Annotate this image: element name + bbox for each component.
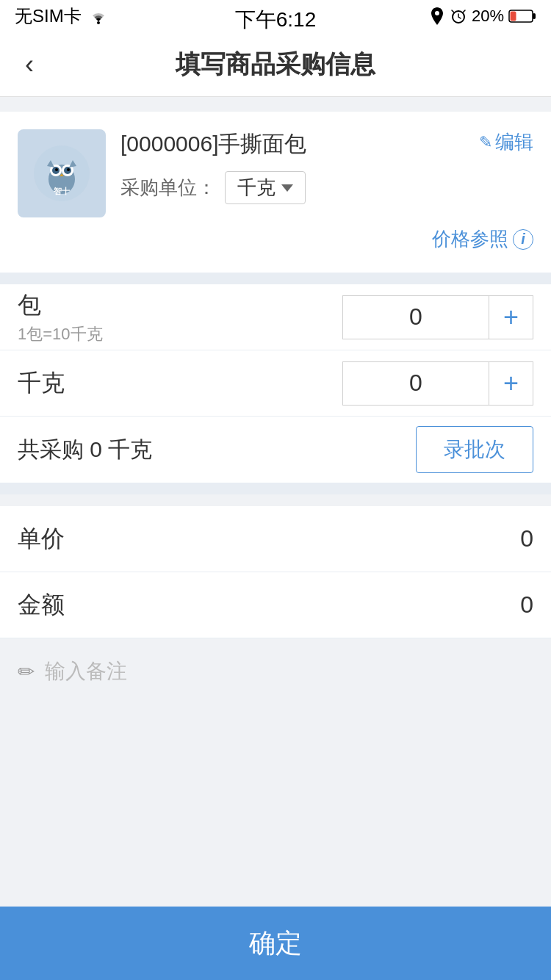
pencil-icon: ✏ bbox=[18, 660, 35, 684]
amount-value: 0 bbox=[520, 591, 533, 619]
bag-input-row: 包 1包=10千克 + bbox=[0, 284, 551, 350]
chevron-down-icon bbox=[281, 184, 293, 192]
total-row: 共采购 0 千克 录批次 bbox=[0, 417, 551, 483]
section-divider-1 bbox=[0, 273, 551, 284]
edit-button[interactable]: ✎ 编辑 bbox=[479, 129, 533, 155]
bag-plus-button[interactable]: + bbox=[489, 295, 533, 339]
back-button[interactable]: ‹ bbox=[18, 42, 41, 87]
status-time: 下午6:12 bbox=[235, 6, 317, 34]
info-icon: i bbox=[513, 229, 533, 250]
section-divider-2 bbox=[0, 483, 551, 494]
kg-number-input[interactable] bbox=[342, 361, 489, 406]
product-top-row: 智十 [0000006]手撕面包 ✎ 编辑 采购单位： 千克 bbox=[18, 129, 533, 217]
bag-main-label: 包 bbox=[18, 289, 150, 322]
bag-input-control: + bbox=[342, 295, 533, 339]
total-value: 0 bbox=[90, 437, 102, 461]
svg-rect-4 bbox=[511, 12, 516, 21]
price-reference-link[interactable]: 价格参照 i bbox=[432, 226, 533, 252]
unit-price-label: 单价 bbox=[18, 523, 65, 555]
remark-input[interactable]: 输入备注 bbox=[45, 657, 127, 685]
bag-label-group: 包 1包=10千克 bbox=[18, 289, 150, 345]
product-info: [0000006]手撕面包 ✎ 编辑 采购单位： 千克 bbox=[120, 129, 533, 204]
status-bar: 无SIM卡 下午6:12 20% bbox=[0, 0, 551, 32]
kg-plus-button[interactable]: + bbox=[489, 361, 533, 406]
status-right: 20% bbox=[429, 7, 536, 26]
nav-bar: ‹ 填写商品采购信息 bbox=[0, 32, 551, 97]
edit-pencil-icon: ✎ bbox=[479, 133, 492, 152]
battery-text: 20% bbox=[472, 7, 504, 26]
svg-text:智十: 智十 bbox=[53, 187, 71, 195]
alarm-icon bbox=[450, 7, 467, 26]
kg-input-row: 千克 + bbox=[0, 350, 551, 417]
product-name: [0000006]手撕面包 bbox=[120, 129, 306, 159]
page-title: 填写商品采购信息 bbox=[176, 48, 375, 82]
remark-section[interactable]: ✏ 输入备注 bbox=[0, 638, 551, 705]
bag-number-input[interactable] bbox=[342, 295, 489, 339]
batch-button[interactable]: 录批次 bbox=[416, 426, 533, 473]
wifi-icon bbox=[87, 8, 109, 24]
svg-rect-3 bbox=[533, 13, 536, 19]
svg-point-12 bbox=[67, 168, 70, 171]
kg-main-label: 千克 bbox=[18, 367, 150, 400]
amount-row: 金额 0 bbox=[0, 572, 551, 638]
confirm-button[interactable]: 确定 bbox=[0, 907, 551, 980]
amount-label: 金额 bbox=[18, 589, 65, 621]
svg-point-0 bbox=[97, 21, 100, 24]
bottom-space bbox=[0, 705, 551, 925]
price-section: 单价 0 金额 0 bbox=[0, 506, 551, 638]
kg-input-control: + bbox=[342, 361, 533, 406]
unit-row: 采购单位： 千克 bbox=[120, 171, 533, 204]
battery-icon bbox=[508, 9, 536, 24]
kg-label-group: 千克 bbox=[18, 367, 150, 400]
input-section: 包 1包=10千克 + 千克 + bbox=[0, 284, 551, 417]
bag-sub-label: 1包=10千克 bbox=[18, 323, 150, 345]
unit-price-row: 单价 0 bbox=[0, 506, 551, 572]
total-text: 共采购 0 千克 bbox=[18, 435, 152, 465]
unit-label: 采购单位： bbox=[120, 175, 216, 201]
product-card: 智十 [0000006]手撕面包 ✎ 编辑 采购单位： 千克 bbox=[0, 112, 551, 273]
svg-point-11 bbox=[55, 168, 58, 171]
product-image: 智十 bbox=[18, 129, 106, 217]
unit-select[interactable]: 千克 bbox=[225, 171, 306, 204]
owl-logo: 智十 bbox=[32, 144, 91, 203]
carrier-text: 无SIM卡 bbox=[15, 4, 82, 28]
unit-price-value: 0 bbox=[520, 525, 533, 552]
status-left: 无SIM卡 bbox=[15, 4, 109, 28]
location-icon bbox=[429, 7, 445, 26]
